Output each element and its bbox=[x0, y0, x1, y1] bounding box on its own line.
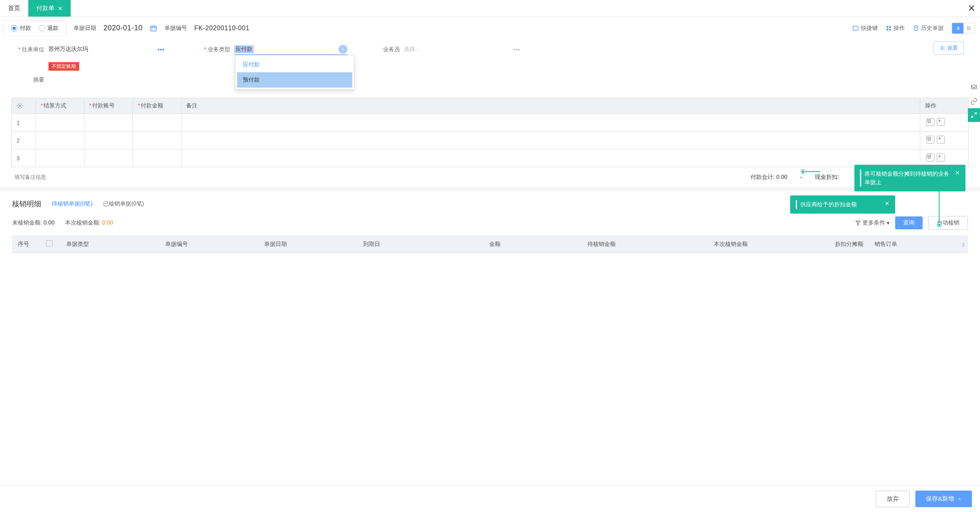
remark-input[interactable] bbox=[15, 174, 168, 180]
account-period-badge: 不固定账期 bbox=[48, 62, 79, 71]
biz-type-value: 应付款 bbox=[234, 45, 254, 53]
cell-amount[interactable] bbox=[133, 114, 181, 132]
close-icon[interactable]: ✕ bbox=[968, 3, 975, 14]
cell-account[interactable] bbox=[84, 114, 133, 132]
row-index: 2 bbox=[12, 132, 36, 149]
document-icon bbox=[913, 25, 919, 31]
doc-no-label: 单据编号 bbox=[164, 25, 187, 32]
view-list-button[interactable] bbox=[952, 23, 963, 34]
table-settings-header[interactable] bbox=[12, 98, 36, 114]
radio-refund[interactable]: 退款 bbox=[38, 25, 59, 32]
inbox-icon[interactable] bbox=[968, 81, 980, 94]
table-row[interactable]: 2 bbox=[12, 132, 969, 149]
checkbox-icon[interactable] bbox=[46, 240, 53, 247]
tooltip-allocate-close-icon[interactable]: ✕ bbox=[955, 170, 960, 176]
hx-title: 核销明细 bbox=[12, 199, 41, 209]
cell-account[interactable] bbox=[84, 149, 133, 167]
header-mid: 单据日期 2020-01-10 单据编号 FK-20200110-001 bbox=[74, 24, 250, 32]
tab-pending[interactable]: 待核销单据(0笔) bbox=[52, 200, 93, 208]
ops-link[interactable]: 操作 bbox=[886, 25, 905, 32]
radio-payment[interactable]: 付款 bbox=[11, 25, 31, 32]
row-index: 1 bbox=[12, 114, 36, 132]
cell-amount[interactable] bbox=[133, 149, 181, 167]
calendar-icon[interactable] bbox=[150, 25, 157, 32]
svg-rect-4 bbox=[853, 26, 858, 30]
cell-account[interactable] bbox=[84, 132, 133, 149]
link-icon[interactable] bbox=[968, 94, 980, 108]
tooltip-allocate: 将可核销金额分摊到待核销的业务单据上 ✕ bbox=[854, 165, 965, 191]
dropdown-opt-prepay[interactable]: 预付款 bbox=[237, 72, 352, 88]
cell-remark[interactable] bbox=[181, 114, 920, 132]
top-tabs: 首页 付款单 ✕ ✕ bbox=[0, 0, 980, 17]
keyboard-icon bbox=[852, 25, 859, 31]
verification-table-body bbox=[12, 253, 968, 294]
hx-col-docdate: 单据日期 bbox=[259, 235, 358, 253]
delete-row-icon[interactable] bbox=[926, 153, 934, 162]
table-row[interactable]: 3 bbox=[12, 149, 969, 167]
cell-method[interactable] bbox=[36, 132, 84, 149]
thishx-label: 本次核销金额: bbox=[65, 219, 101, 226]
cell-method[interactable] bbox=[36, 114, 84, 132]
ops-label: 操作 bbox=[894, 25, 905, 32]
cell-amount[interactable] bbox=[133, 132, 181, 149]
cell-remark[interactable] bbox=[181, 149, 920, 167]
delete-row-icon[interactable] bbox=[926, 136, 934, 144]
party-lookup-icon[interactable]: ••• bbox=[158, 46, 165, 53]
tab-home[interactable]: 首页 bbox=[0, 0, 28, 17]
hx-col-pending: 待核销金额 bbox=[506, 235, 622, 253]
shortcut-link[interactable]: 快捷键 bbox=[852, 25, 878, 32]
table-row[interactable]: 1 bbox=[12, 114, 969, 132]
tab-close-icon[interactable]: ✕ bbox=[58, 5, 63, 12]
svg-rect-6 bbox=[887, 26, 888, 27]
settings-label: 设置 bbox=[947, 44, 958, 52]
add-row-icon[interactable] bbox=[937, 136, 945, 144]
radio-checked-icon bbox=[11, 25, 17, 31]
doc-date-value[interactable]: 2020-01-10 bbox=[103, 24, 143, 32]
hx-col-order[interactable]: 销售订单 ▲▼ bbox=[869, 235, 968, 253]
hx-col-check[interactable] bbox=[40, 235, 61, 253]
paytype-radio-group: 付款 退款 bbox=[3, 20, 66, 36]
svg-rect-19 bbox=[967, 27, 969, 30]
thishx-value: 0.00 bbox=[102, 219, 113, 226]
settings-button[interactable]: 设置 bbox=[934, 42, 964, 55]
query-button[interactable]: 查询 bbox=[895, 216, 923, 229]
biz-type-label: *业务类型 bbox=[202, 46, 230, 53]
tooltip-allocate-text: 将可核销金额分摊到待核销的业务单据上 bbox=[864, 170, 952, 187]
dropdown-opt-payable[interactable]: 应付款 bbox=[237, 57, 352, 72]
operator-lookup-icon[interactable]: ••• bbox=[513, 46, 520, 53]
row-index: 3 bbox=[12, 149, 36, 167]
col-method: 结算方式 bbox=[36, 98, 84, 114]
history-label: 历史单据 bbox=[921, 25, 944, 32]
history-link[interactable]: 历史单据 bbox=[913, 25, 944, 32]
more-conditions[interactable]: 更多条件 ▾ bbox=[855, 219, 890, 227]
operator-select[interactable]: 选择... bbox=[404, 44, 509, 55]
cell-remark[interactable] bbox=[181, 132, 920, 149]
biz-type-dropdown: 应付款 预付款 bbox=[235, 55, 354, 90]
biz-type-select[interactable]: 应付款 bbox=[234, 44, 347, 55]
svg-rect-9 bbox=[889, 29, 891, 30]
delete-row-icon[interactable] bbox=[926, 118, 934, 126]
shortcut-label: 快捷键 bbox=[861, 25, 878, 32]
hx-col-docno: 单据编号 bbox=[160, 235, 259, 253]
expand-icon[interactable] bbox=[968, 108, 980, 122]
add-row-icon[interactable] bbox=[937, 153, 945, 162]
tooltip-discount-text: 供应商给予的折扣金额 bbox=[800, 200, 881, 209]
view-detail-button[interactable] bbox=[963, 23, 975, 34]
party-input[interactable]: 苏州万达沃尔玛 bbox=[48, 44, 154, 55]
radio-payment-label: 付款 bbox=[20, 25, 31, 32]
add-row-icon[interactable] bbox=[937, 118, 945, 126]
more-cond-label: 更多条件 bbox=[862, 219, 885, 227]
svg-point-23 bbox=[942, 47, 943, 49]
chevron-up-icon bbox=[339, 45, 347, 54]
tip1-line bbox=[805, 171, 820, 172]
summary-label: 摘要 bbox=[16, 76, 44, 84]
cell-method[interactable] bbox=[36, 149, 84, 167]
col-action: 操作 bbox=[920, 98, 969, 114]
tab-payment[interactable]: 付款单 ✕ bbox=[28, 0, 71, 17]
auto-verify-button[interactable]: 自动核销 bbox=[928, 216, 968, 230]
summary-input[interactable] bbox=[48, 75, 170, 85]
tab-done[interactable]: 已核销单据(0笔) bbox=[103, 200, 144, 208]
radio-refund-label: 退款 bbox=[47, 25, 59, 32]
pay-total-value: 0.00 bbox=[776, 174, 787, 180]
tooltip-discount-close-icon[interactable]: ✕ bbox=[885, 200, 890, 207]
